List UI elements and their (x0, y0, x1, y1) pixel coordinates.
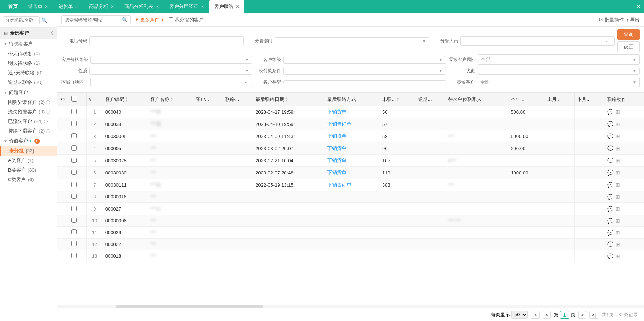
sidebar-all-customers[interactable]: ⊞ 全部客户 《 (0, 28, 57, 39)
filter-customer-type-select[interactable] (283, 80, 446, 84)
page-prev-btn[interactable]: < (543, 311, 551, 319)
contact-way-link-4[interactable]: 下销货单 (327, 158, 346, 163)
filter-payment-select[interactable]: ▼ (283, 67, 446, 75)
close-customer-segment-icon[interactable]: ✕ (200, 4, 204, 9)
batch-op-btn[interactable]: ☑ 批量操作 (599, 17, 624, 23)
grid-action-icon-0[interactable]: ⊞ (616, 109, 620, 115)
col-sort-no-contact[interactable]: 未联... ▲▼ (382, 96, 400, 103)
sidebar-search-input[interactable] (3, 16, 40, 24)
filter-status-select[interactable]: ▼ (477, 67, 640, 75)
my-customers-checkbox[interactable] (169, 17, 173, 22)
refresh-icon[interactable]: ↻ (29, 139, 33, 144)
chat-icon-4[interactable]: 💬 (607, 158, 613, 163)
row-checkbox-10[interactable] (71, 229, 77, 234)
sidebar-group-value[interactable]: ▼ 价值客户 ↻ F (0, 136, 57, 146)
contact-way-link-6[interactable]: 下销售订单 (327, 182, 351, 187)
row-checkbox-12[interactable] (71, 253, 77, 258)
sidebar-group-pending[interactable]: ▼ 待联络客户 (0, 39, 57, 49)
scrollbar-thumb[interactable] (116, 305, 263, 308)
row-checkbox-6[interactable] (71, 182, 77, 187)
sidebar-collapse-icon[interactable]: 《 (48, 30, 53, 36)
chat-icon-5[interactable]: 💬 (607, 170, 613, 176)
row-checkbox-8[interactable] (71, 206, 77, 211)
grid-action-icon-12[interactable]: ⊞ (616, 253, 620, 259)
chat-icon-11[interactable]: 💬 (607, 241, 613, 247)
contact-way-link-2[interactable]: 下销货单 (327, 133, 346, 139)
tab-product-list[interactable]: 商品分析列表 ✕ (119, 0, 164, 13)
col-sort-code[interactable]: 客户编码 ▲▼ (105, 96, 128, 103)
grid-action-icon-9[interactable]: ⊞ (616, 218, 620, 224)
per-page-select[interactable]: 50 (511, 311, 528, 319)
grid-action-icon-5[interactable]: ⊞ (616, 170, 620, 176)
row-checkbox-1[interactable] (71, 121, 77, 126)
tab-home[interactable]: 首页 (3, 0, 23, 13)
close-sales-icon[interactable]: ✕ (45, 4, 48, 9)
chat-icon-12[interactable]: 💬 (607, 253, 613, 259)
sidebar-item-7days[interactable]: 近7天待联络 (0) (0, 68, 57, 78)
sidebar-item-overdue[interactable]: 逾期未联络 (30) (0, 78, 57, 87)
filter-region-select[interactable]: ··· (90, 78, 252, 87)
row-checkbox-2[interactable] (71, 133, 77, 138)
grid-action-icon-6[interactable]: ⊞ (616, 182, 620, 188)
th-name[interactable]: 客户名称 ▲▼ (148, 93, 193, 106)
grid-action-icon-1[interactable]: ⊞ (616, 121, 620, 127)
chat-icon-0[interactable]: 💬 (607, 109, 613, 115)
row-checkbox-7[interactable] (71, 194, 77, 199)
sidebar-item-churn-warn[interactable]: 流失预警客户 (3) ⓘ (0, 107, 57, 117)
filter-nature-select[interactable]: ▼ (89, 67, 252, 75)
filter-phone-input[interactable] (89, 36, 244, 45)
sidebar-item-class-b[interactable]: B类客户 (33) (0, 165, 57, 175)
filter-price-level-select[interactable]: ▼ (90, 56, 252, 64)
tab-customer-segment[interactable]: 客户分层经营 ✕ (164, 0, 209, 13)
filter-retail-customer-select[interactable]: 全部 ▼ (477, 77, 640, 87)
chat-icon-1[interactable]: 💬 (607, 121, 613, 127)
sidebar-item-class-c[interactable]: C类客户 (6) (0, 175, 57, 184)
grid-action-icon-10[interactable]: ⊞ (616, 230, 620, 236)
page-last-btn[interactable]: >| (589, 311, 598, 319)
sidebar-item-class-a[interactable]: A类客户 (1) (0, 156, 57, 165)
tab-customer-contact[interactable]: 客户联络 ✕ (209, 0, 244, 13)
region-dots-icon[interactable]: ··· (242, 80, 249, 85)
grid-action-icon-7[interactable]: ⊞ (616, 194, 620, 200)
sidebar-item-churned[interactable]: 已流失客户 (24) ⓘ (0, 117, 57, 126)
row-checkbox-3[interactable] (71, 145, 77, 151)
contact-way-link-5[interactable]: 下销货单 (327, 170, 346, 175)
row-checkbox-9[interactable] (71, 218, 77, 223)
chat-icon-2[interactable]: 💬 (607, 133, 613, 139)
horizontal-scrollbar[interactable] (57, 305, 644, 308)
th-code[interactable]: 客户编码 ▲▼ (103, 93, 148, 106)
sidebar-search-icon[interactable]: 🔍 (41, 18, 47, 23)
row-checkbox-5[interactable] (71, 170, 77, 175)
tab-sales[interactable]: 销售单 ✕ (23, 0, 53, 13)
chat-icon-8[interactable]: 💬 (607, 206, 613, 212)
tab-purchase[interactable]: 进货单 ✕ (53, 0, 84, 13)
tab-product-analysis[interactable]: 商品分析 ✕ (84, 0, 119, 13)
page-first-btn[interactable]: |< (531, 311, 540, 319)
sidebar-item-today[interactable]: 今天待联络 (0) (0, 49, 57, 59)
close-product-list-icon[interactable]: ✕ (155, 4, 159, 9)
row-checkbox-4[interactable] (71, 158, 77, 163)
contact-way-link-0[interactable]: 下销货单 (327, 109, 346, 114)
chat-icon-10[interactable]: 💬 (607, 230, 613, 236)
grid-action-icon-3[interactable]: ⊞ (616, 145, 620, 151)
filter-search-input[interactable] (65, 17, 120, 22)
contact-way-link-1[interactable]: 下销售订单 (327, 121, 351, 127)
filter-search-icon[interactable]: 🔍 (122, 17, 127, 22)
chat-icon-3[interactable]: 💬 (607, 145, 613, 151)
grid-action-icon-4[interactable]: ⊞ (616, 158, 620, 163)
page-next-btn[interactable]: > (578, 311, 587, 319)
close-customer-contact-icon[interactable]: ✕ (236, 4, 239, 9)
select-all-checkbox[interactable] (71, 96, 77, 102)
grid-action-icon-8[interactable]: ⊞ (616, 206, 620, 212)
sidebar-item-tomorrow[interactable]: 明天待联络 (1) (0, 59, 57, 68)
close-product-analysis-icon[interactable]: ✕ (110, 4, 114, 9)
person-dots-icon[interactable]: ··· (604, 38, 611, 44)
col-sort-last-date[interactable]: 最后联络日期 ▲▼ (256, 96, 288, 103)
more-filter-btn[interactable]: ▼ 更多条件 ▲ (134, 17, 165, 23)
contact-way-link-3[interactable]: 下销货单 (327, 145, 346, 151)
chat-icon-6[interactable]: 💬 (607, 182, 613, 188)
grid-action-icon-11[interactable]: ⊞ (616, 241, 620, 247)
th-last-contact-date[interactable]: 最后联络日期 ▲▼ (253, 93, 325, 106)
reset-button[interactable]: 设置 (617, 41, 640, 52)
sidebar-item-abnormal[interactable]: 囤购异常客户 (2) ⓘ (0, 98, 57, 107)
